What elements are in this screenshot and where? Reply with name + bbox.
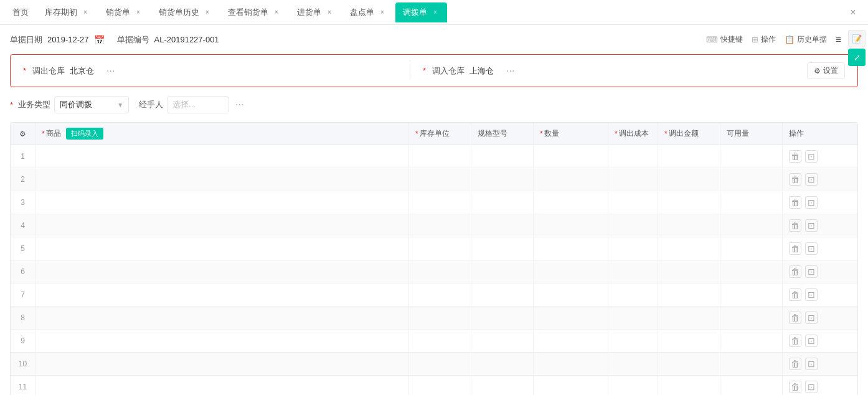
settings-button[interactable]: ⚙ 设置 — [807, 62, 845, 79]
tab-view-sales-close[interactable]: × — [272, 8, 281, 17]
row-product-2[interactable] — [35, 168, 409, 191]
delete-icon-8[interactable]: 🗑 — [789, 312, 801, 324]
tab-sales-history-close[interactable]: × — [203, 8, 212, 17]
tab-inventory-count[interactable]: 盘点单 × — [342, 2, 394, 22]
copy-icon-2[interactable]: ⊡ — [805, 173, 818, 186]
copy-icon-8[interactable]: ⊡ — [805, 312, 818, 324]
row-cost-4[interactable] — [608, 214, 658, 237]
row-available-10[interactable] — [720, 353, 783, 375]
tab-purchase-order[interactable]: 进货单 × — [290, 2, 341, 22]
row-unit-3[interactable] — [409, 191, 471, 214]
row-spec-8[interactable] — [471, 307, 534, 329]
row-spec-10[interactable] — [471, 353, 534, 375]
row-product-4[interactable] — [35, 214, 409, 237]
row-product-9[interactable] — [35, 330, 409, 352]
tab-inventory-count-close[interactable]: × — [378, 8, 387, 17]
row-available-9[interactable] — [720, 330, 783, 352]
row-amount-9[interactable] — [658, 330, 720, 352]
out-warehouse-value[interactable]: 北京仓 — [70, 65, 94, 77]
business-type-select[interactable]: 同价调拨 ▼ — [54, 96, 129, 113]
history-button[interactable]: 📋 历史单据 — [785, 34, 827, 45]
row-spec-3[interactable] — [471, 191, 534, 214]
row-qty-2[interactable] — [534, 168, 608, 191]
row-unit-4[interactable] — [409, 214, 471, 237]
tab-view-sales[interactable]: 查看销货单 × — [220, 2, 288, 22]
row-available-8[interactable] — [720, 307, 783, 329]
in-warehouse-value[interactable]: 上海仓 — [469, 65, 494, 77]
copy-icon-6[interactable]: ⊡ — [805, 265, 818, 278]
copy-icon-3[interactable]: ⊡ — [805, 196, 818, 209]
calendar-icon[interactable]: 📅 — [94, 35, 105, 45]
row-qty-6[interactable] — [534, 260, 608, 283]
row-available-7[interactable] — [720, 283, 783, 306]
row-spec-9[interactable] — [471, 330, 534, 352]
row-unit-7[interactable] — [409, 283, 471, 306]
row-qty-4[interactable] — [534, 214, 608, 237]
row-unit-9[interactable] — [409, 330, 471, 352]
row-amount-10[interactable] — [658, 353, 720, 375]
row-product-10[interactable] — [35, 353, 409, 375]
row-product-8[interactable] — [35, 307, 409, 329]
row-amount-7[interactable] — [658, 283, 720, 306]
th-gear[interactable]: ⚙ — [11, 123, 35, 145]
row-available-1[interactable] — [720, 145, 783, 168]
tab-inventory-init[interactable]: 库存期初 × — [37, 2, 97, 22]
delete-icon-10[interactable]: 🗑 — [789, 358, 801, 370]
row-available-4[interactable] — [720, 214, 783, 237]
row-qty-10[interactable] — [534, 353, 608, 375]
row-unit-11[interactable] — [409, 376, 471, 395]
row-unit-6[interactable] — [409, 260, 471, 283]
row-available-2[interactable] — [720, 168, 783, 191]
delete-icon-6[interactable]: 🗑 — [789, 265, 801, 278]
tab-sales-order-close[interactable]: × — [134, 8, 143, 17]
copy-icon-7[interactable]: ⊡ — [805, 288, 818, 301]
sidebar-expand-button[interactable]: ⤢ — [848, 49, 866, 66]
row-spec-2[interactable] — [471, 168, 534, 191]
row-unit-5[interactable] — [409, 237, 471, 260]
row-amount-5[interactable] — [658, 237, 720, 260]
row-cost-5[interactable] — [608, 237, 658, 260]
row-product-5[interactable] — [35, 237, 409, 260]
row-cost-3[interactable] — [608, 191, 658, 214]
row-cost-6[interactable] — [608, 260, 658, 283]
row-unit-10[interactable] — [409, 353, 471, 375]
row-product-11[interactable] — [35, 376, 409, 395]
tab-home[interactable]: 首页 — [5, 2, 36, 22]
delete-icon-5[interactable]: 🗑 — [789, 242, 801, 255]
row-cost-9[interactable] — [608, 330, 658, 352]
row-available-3[interactable] — [720, 191, 783, 214]
row-amount-1[interactable] — [658, 145, 720, 168]
copy-icon-9[interactable]: ⊡ — [805, 335, 818, 347]
delete-icon-3[interactable]: 🗑 — [789, 196, 801, 209]
row-unit-1[interactable] — [409, 145, 471, 168]
tab-transfer-order[interactable]: 调拨单 × — [395, 2, 447, 22]
row-spec-11[interactable] — [471, 376, 534, 395]
row-unit-2[interactable] — [409, 168, 471, 191]
close-app-button[interactable]: × — [843, 2, 863, 22]
row-qty-7[interactable] — [534, 283, 608, 306]
tab-transfer-order-close[interactable]: × — [431, 8, 440, 17]
row-cost-10[interactable] — [608, 353, 658, 375]
row-available-5[interactable] — [720, 237, 783, 260]
row-spec-4[interactable] — [471, 214, 534, 237]
delete-icon-1[interactable]: 🗑 — [789, 150, 801, 163]
in-warehouse-more[interactable]: ··· — [506, 65, 514, 77]
row-product-1[interactable] — [35, 145, 409, 168]
row-qty-11[interactable] — [534, 376, 608, 395]
row-available-11[interactable] — [720, 376, 783, 395]
row-product-7[interactable] — [35, 283, 409, 306]
copy-icon-4[interactable]: ⊡ — [805, 219, 818, 232]
out-warehouse-more[interactable]: ··· — [106, 65, 115, 77]
sidebar-notes-button[interactable]: 📝 — [848, 30, 866, 47]
copy-icon-11[interactable]: ⊡ — [805, 381, 818, 393]
row-spec-1[interactable] — [471, 145, 534, 168]
row-cost-1[interactable] — [608, 145, 658, 168]
row-cost-7[interactable] — [608, 283, 658, 306]
delete-icon-4[interactable]: 🗑 — [789, 219, 801, 232]
copy-icon-5[interactable]: ⊡ — [805, 242, 818, 255]
row-spec-7[interactable] — [471, 283, 534, 306]
row-unit-8[interactable] — [409, 307, 471, 329]
row-amount-11[interactable] — [658, 376, 720, 395]
row-qty-9[interactable] — [534, 330, 608, 352]
row-cost-8[interactable] — [608, 307, 658, 329]
